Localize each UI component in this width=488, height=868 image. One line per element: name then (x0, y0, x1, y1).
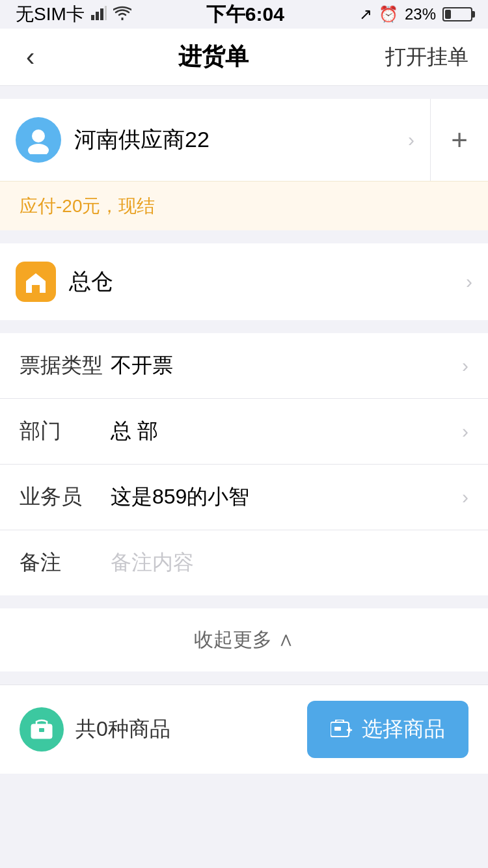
status-right: ↗ ⏰ 23% (359, 5, 472, 23)
sales-chevron-icon: › (462, 486, 468, 508)
svg-rect-3 (105, 6, 107, 20)
gray-area (0, 774, 488, 868)
time-display: 下午6:04 (206, 1, 284, 28)
back-button[interactable]: ‹ (20, 36, 41, 78)
svg-rect-2 (100, 8, 103, 20)
battery-percent: 23% (405, 5, 436, 23)
supplier-add-button[interactable]: + (431, 99, 488, 181)
invoice-label: 票据类型 (20, 351, 104, 380)
signal-icon (91, 4, 107, 25)
carrier-text: 无SIM卡 (16, 2, 85, 27)
dept-value: 总 部 (104, 417, 455, 446)
svg-rect-6 (32, 285, 40, 293)
remark-label: 备注 (20, 549, 104, 577)
select-product-button[interactable]: 选择商品 (307, 701, 468, 758)
open-pending-button[interactable]: 打开挂单 (385, 43, 468, 72)
supplier-avatar (16, 117, 61, 163)
battery-icon (442, 7, 472, 21)
nav-bar: ‹ 进货单 打开挂单 (0, 29, 488, 86)
form-section: 票据类型 不开票 › 部门 总 部 › 业务员 这是859的小智 › 备注 备注… (0, 333, 488, 595)
invoice-value: 不开票 (104, 351, 455, 380)
supplier-select-row[interactable]: 河南供应商22 › (0, 99, 431, 181)
add-icon: + (451, 124, 468, 156)
product-count: 共0种商品 (75, 715, 307, 744)
invoice-chevron-icon: › (462, 355, 468, 377)
select-product-label: 选择商品 (362, 715, 445, 744)
status-bar: 无SIM卡 下午6:04 ↗ ⏰ 23% (0, 0, 488, 29)
supplier-chevron-icon: › (408, 129, 414, 151)
product-icon (20, 707, 64, 752)
warehouse-row[interactable]: 总仓 › (0, 243, 488, 320)
svg-rect-8 (39, 728, 44, 732)
page-title: 进货单 (178, 41, 249, 73)
sales-row[interactable]: 业务员 这是859的小智 › (0, 465, 488, 530)
content: 河南供应商22 › + 应付-20元，现结 总仓 › 票据类型 不开票 › (0, 99, 488, 868)
warehouse-section: 总仓 › (0, 243, 488, 320)
dept-row[interactable]: 部门 总 部 › (0, 399, 488, 465)
supplier-section: 河南供应商22 › + (0, 99, 488, 181)
collapse-text: 收起更多 ∧ (194, 627, 293, 653)
location-icon: ↗ (359, 5, 372, 23)
alarm-icon: ⏰ (379, 5, 398, 23)
svg-rect-0 (91, 15, 94, 20)
dept-label: 部门 (20, 417, 104, 446)
svg-rect-1 (96, 12, 99, 20)
dept-chevron-icon: › (462, 420, 468, 442)
svg-rect-10 (334, 727, 341, 731)
warehouse-icon (16, 262, 56, 302)
sales-value: 这是859的小智 (104, 483, 455, 511)
svg-point-4 (32, 129, 45, 142)
notice-text: 应付-20元，现结 (20, 196, 155, 216)
svg-point-5 (28, 144, 49, 154)
warehouse-name: 总仓 (69, 267, 459, 297)
collapse-row[interactable]: 收起更多 ∧ (0, 608, 488, 671)
wifi-icon (113, 4, 131, 25)
supplier-name: 河南供应商22 (74, 125, 401, 155)
remark-input[interactable]: 备注内容 (104, 549, 468, 577)
status-left: 无SIM卡 (16, 2, 131, 27)
sales-label: 业务员 (20, 483, 104, 511)
remark-row[interactable]: 备注 备注内容 (0, 530, 488, 595)
warehouse-chevron-icon: › (466, 271, 472, 293)
invoice-row[interactable]: 票据类型 不开票 › (0, 333, 488, 399)
notice-banner: 应付-20元，现结 (0, 181, 488, 230)
bottom-bar: 共0种商品 选择商品 (0, 685, 488, 774)
